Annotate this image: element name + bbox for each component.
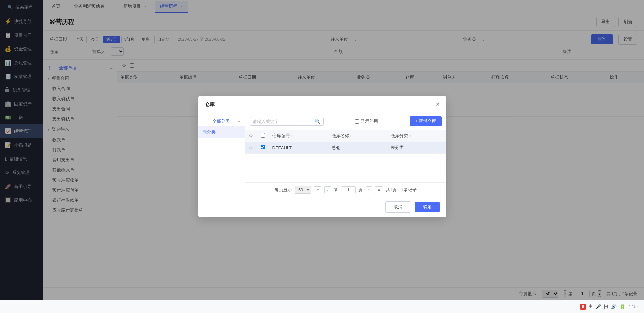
dialog-prev-page[interactable]: ‹ xyxy=(324,186,331,193)
row-select[interactable] xyxy=(261,145,265,149)
taskbar-icon-s: S xyxy=(580,304,586,310)
dialog-body: ⋮⋮ 全部分类 « 未分类 🔍 xyxy=(198,113,446,197)
row-category: 未分类 xyxy=(387,142,446,154)
dialog-total-info: 共1页，1条记录 xyxy=(386,187,417,193)
dialog-toolbar: 🔍 显示停用 + 新增仓库 xyxy=(245,113,446,130)
row-name: 总仓 xyxy=(328,142,387,154)
dialog-warehouse-table: ⚙ 仓库编号 ↕ 仓库名称 ↕ 仓库分类 ↕ ⚙ DEFAU xyxy=(245,130,446,154)
warehouse-dialog: 仓库 × ⋮⋮ 全部分类 « 未分类 xyxy=(198,96,446,217)
row-code: DEFAULT xyxy=(269,142,328,154)
dialog-page-suffix: 页 xyxy=(358,187,363,193)
dialog-right-panel: 🔍 显示停用 + 新增仓库 ⚙ 仓库编号 ↕ xyxy=(245,113,446,197)
th-gear: ⚙ xyxy=(245,130,257,142)
show-disabled-checkbox[interactable] xyxy=(355,119,359,124)
search-icon: 🔍 xyxy=(315,119,320,124)
dialog-table-header: ⚙ 仓库编号 ↕ 仓库名称 ↕ 仓库分类 ↕ xyxy=(245,130,446,142)
dialog-overlay: 仓库 × ⋮⋮ 全部分类 « 未分类 xyxy=(0,0,644,313)
dialog-page-input[interactable] xyxy=(341,186,356,193)
taskbar-icon-cn[interactable]: 中 xyxy=(589,304,593,309)
dialog-search-box[interactable]: 🔍 xyxy=(250,117,324,126)
dialog-select-all[interactable] xyxy=(261,133,265,138)
dialog-all-category: ⋮⋮ 全部分类 xyxy=(202,118,230,124)
th-category: 仓库分类 ↕ xyxy=(387,130,446,142)
dialog-left-scroll: 未分类 xyxy=(198,126,245,194)
dialog-search-input[interactable] xyxy=(253,119,313,124)
taskbar-icon-image: 🖼 xyxy=(604,304,608,309)
dialog-page-size[interactable]: 50 xyxy=(295,186,311,194)
taskbar: S 中 🎤 🖼 🔊 🔋 17:52 xyxy=(0,300,644,313)
dialog-category-uncategorized[interactable]: 未分类 xyxy=(198,126,245,138)
th-code: 仓库编号 ↕ xyxy=(269,130,328,142)
dialog-table-footer: 每页显示 50 « ‹ 算 页 › » 共1页，1条记录 xyxy=(245,182,446,197)
taskbar-icon-sound: 🔊 xyxy=(611,304,617,309)
th-checkbox xyxy=(257,130,269,142)
dialog-cancel-button[interactable]: 取消 xyxy=(385,201,411,213)
th-name: 仓库名称 ↕ xyxy=(328,130,387,142)
dialog-title: 仓库 xyxy=(205,101,215,108)
dialog-next-page[interactable]: › xyxy=(366,186,372,193)
taskbar-icons: S 中 🎤 🖼 🔊 🔋 xyxy=(580,304,625,310)
taskbar-icon-battery: 🔋 xyxy=(619,304,625,309)
dialog-last-page[interactable]: » xyxy=(375,186,383,193)
show-disabled-label: 显示停用 xyxy=(360,118,378,124)
show-disabled-checkbox-label[interactable]: 显示停用 xyxy=(355,118,378,124)
dialog-per-page-label: 每页显示 xyxy=(274,187,292,193)
dialog-close-button[interactable]: × xyxy=(436,101,440,108)
add-warehouse-button[interactable]: + 新增仓库 xyxy=(410,116,441,126)
dialog-left-header[interactable]: ⋮⋮ 全部分类 « xyxy=(198,116,245,126)
dialog-confirm-button[interactable]: 确定 xyxy=(415,202,440,212)
dialog-left-collapse-icon[interactable]: « xyxy=(238,119,241,124)
dialog-page-label: 算 xyxy=(334,187,338,193)
taskbar-icon-mic: 🎤 xyxy=(595,304,601,309)
dialog-header: 仓库 × xyxy=(198,96,446,113)
dialog-table-row[interactable]: ⚙ DEFAULT 总仓 未分类 xyxy=(245,142,446,154)
dialog-table-area: ⚙ 仓库编号 ↕ 仓库名称 ↕ 仓库分类 ↕ ⚙ DEFAU xyxy=(245,130,446,182)
dialog-left-panel: ⋮⋮ 全部分类 « 未分类 xyxy=(198,113,245,197)
taskbar-time: 17:52 xyxy=(629,304,639,309)
row-gear: ⚙ xyxy=(245,142,257,154)
row-checkbox xyxy=(257,142,269,154)
dialog-first-page[interactable]: « xyxy=(314,186,321,193)
dialog-action-footer: 取消 确定 xyxy=(198,197,446,217)
